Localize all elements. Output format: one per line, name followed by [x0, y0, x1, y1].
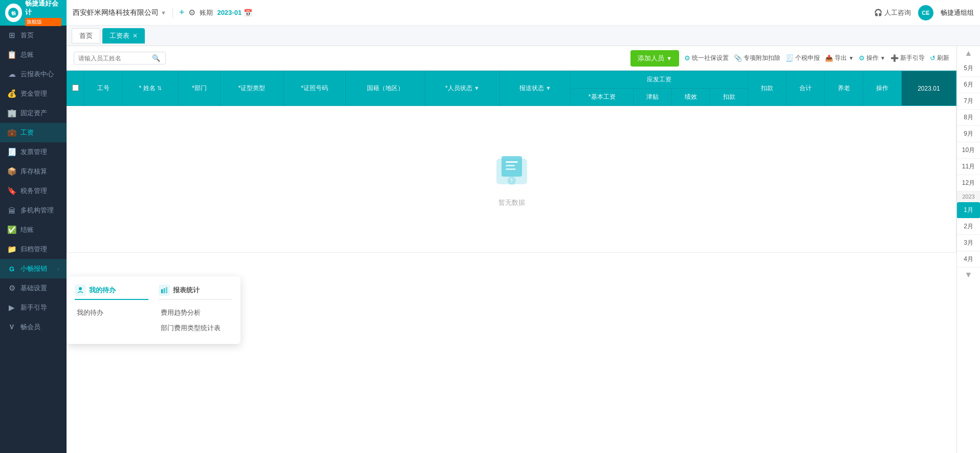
tab-salary-label: 工资表: [110, 31, 129, 40]
filter-person-status-icon[interactable]: ▼: [474, 85, 480, 91]
main-area: 西安虾米网络科技有限公司 ▼ + ⚙ 账期 2023-01 📅 🎧 人工咨询 C…: [67, 0, 980, 453]
month-item-5[interactable]: 5月: [957, 60, 980, 77]
month-item-7[interactable]: 7月: [957, 93, 980, 110]
month-next-button[interactable]: ▼: [957, 268, 980, 282]
col-name: * 姓名 ⇅: [122, 71, 178, 106]
popup-dept-expense-item[interactable]: 部门费用类型统计表: [159, 320, 232, 336]
operations-icon: ⚙: [859, 54, 865, 62]
company-selector[interactable]: 西安虾米网络科技有限公司 ▼: [73, 8, 166, 17]
col-checkbox[interactable]: [67, 71, 84, 106]
month-item-9[interactable]: 9月: [957, 126, 980, 142]
refresh-action[interactable]: ↺ 刷新: [930, 54, 949, 62]
topbar-right: 🎧 人工咨询 CE 畅捷通组组: [874, 5, 974, 20]
month-item-10[interactable]: 10月: [957, 142, 980, 159]
col-work-no: 工号: [84, 71, 123, 106]
month-item-3[interactable]: 3月: [957, 235, 980, 251]
popup-dept-expense-label: 部门费用类型统计表: [161, 324, 221, 332]
month-item-12[interactable]: 12月: [957, 175, 980, 191]
svg-rect-11: [164, 288, 165, 293]
sidebar-item-archive[interactable]: 📁 归档管理: [0, 240, 67, 259]
user-avatar[interactable]: CE: [918, 5, 933, 20]
logo-icon: 畅: [5, 4, 22, 22]
sidebar-item-fund[interactable]: 💰 资金管理: [0, 84, 67, 103]
username-label[interactable]: 畅捷通组组: [941, 8, 974, 17]
col-base-wage: *基本工资: [571, 89, 634, 106]
col-deduct: 扣款: [748, 71, 787, 106]
sidebar-item-invoice[interactable]: 🧾 发票管理: [0, 142, 67, 162]
popup-todo-item[interactable]: 我的待办: [75, 305, 148, 320]
add-person-label: 添加人员: [638, 54, 664, 63]
add-company-button[interactable]: +: [179, 7, 185, 18]
sidebar-item-new-guide[interactable]: ▶ 新手引导: [0, 298, 67, 317]
wage-table-area: 🔍 添加人员 ▼ ⚙ 统一社保设置 📎 专项附加扣除: [67, 46, 956, 453]
sidebar-label-xiao-chang: 小畅报销: [20, 264, 47, 273]
tab-close-icon[interactable]: ✕: [133, 32, 138, 39]
month-item-6[interactable]: 6月: [957, 77, 980, 93]
home-icon: ⊞: [7, 31, 16, 40]
basic-icon: ⚙: [7, 284, 16, 293]
sidebar-label-invoice: 发票管理: [20, 147, 47, 157]
export-action[interactable]: 📤 导出 ▼: [825, 54, 854, 62]
sort-name-icon[interactable]: ⇅: [157, 85, 162, 91]
company-name: 西安虾米网络科技有限公司: [73, 8, 159, 17]
month-sidebar: ▲ 5月 6月 7月 8月 9月 10月 11月 12月 2023 1月 2月 …: [956, 46, 980, 453]
month-item-1-active[interactable]: 1月: [957, 202, 980, 219]
svg-text:畅: 畅: [11, 11, 16, 16]
month-item-2[interactable]: 2月: [957, 219, 980, 235]
operations-action[interactable]: ⚙ 操作 ▼: [859, 54, 885, 62]
individual-tax-icon: 🧾: [786, 54, 794, 62]
empty-state: ? 暂无数据: [72, 110, 951, 248]
sidebar-label-settlement: 结账: [20, 225, 34, 234]
toolbar-actions: 添加人员 ▼ ⚙ 统一社保设置 📎 专项附加扣除 🧾 个税申报: [630, 50, 949, 67]
special-deduction-action[interactable]: 📎 专项附加扣除: [734, 54, 780, 62]
social-insurance-icon: ⚙: [684, 54, 690, 62]
add-person-button[interactable]: 添加人员 ▼: [630, 50, 679, 67]
new-guide-action-icon: ➕: [890, 54, 899, 62]
sidebar-item-salary[interactable]: 💼 工资: [0, 123, 67, 142]
sidebar-item-home[interactable]: ⊞ 首页: [0, 26, 67, 45]
sidebar-item-cloud-report[interactable]: ☁ 云报表中心: [0, 64, 67, 84]
membership-icon: V: [7, 323, 16, 331]
sidebar-item-basic[interactable]: ⚙ 基础设置: [0, 278, 67, 298]
popup-report-title[interactable]: 报表统计: [159, 285, 232, 300]
filter-report-status-icon[interactable]: ▼: [546, 85, 551, 91]
new-guide-action[interactable]: ➕ 新手引导: [890, 54, 925, 62]
sidebar-item-ledger[interactable]: 📋 总账: [0, 45, 67, 64]
popup-col-report: 报表统计 费用趋势分析 部门费用类型统计表: [159, 285, 232, 336]
fixed-assets-icon: 🏢: [7, 109, 16, 118]
tab-home[interactable]: 首页: [72, 28, 100, 44]
settings-icon[interactable]: ⚙: [188, 8, 195, 17]
company-arrow-icon: ▼: [161, 10, 166, 16]
month-item-8[interactable]: 8月: [957, 110, 980, 126]
month-prev-button[interactable]: ▲: [957, 46, 980, 60]
service-button[interactable]: 🎧 人工咨询: [874, 8, 911, 17]
sidebar-label-cloud-report: 云报表中心: [20, 70, 54, 79]
sidebar-item-multi-org[interactable]: 🏛 多机构管理: [0, 201, 67, 220]
col-subsidy: 津贴: [633, 89, 671, 106]
special-deduction-label: 专项附加扣除: [744, 54, 780, 62]
calendar-icon[interactable]: 📅: [244, 9, 252, 17]
individual-tax-label: 个税申报: [795, 54, 820, 62]
sidebar-item-xiao-chang[interactable]: G 小畅报销 ‹: [0, 259, 67, 278]
popup-todo-title-text: 我的待办: [89, 286, 116, 295]
sidebar-item-fixed-assets[interactable]: 🏢 固定资产: [0, 103, 67, 123]
select-all-checkbox[interactable]: [72, 84, 79, 91]
export-arrow: ▼: [848, 55, 854, 61]
ledger-icon: 📋: [7, 50, 16, 59]
sidebar-item-tax[interactable]: 🔖 税务管理: [0, 181, 67, 201]
popup-todo-title[interactable]: 我的待办: [75, 285, 148, 300]
month-item-11[interactable]: 11月: [957, 159, 980, 175]
individual-tax-action[interactable]: 🧾 个税申报: [786, 54, 820, 62]
popup-expense-trend-item[interactable]: 费用趋势分析: [159, 305, 232, 320]
search-input[interactable]: [78, 55, 150, 62]
popup-content: 我的待办 我的待办: [75, 285, 232, 336]
social-insurance-action[interactable]: ⚙ 统一社保设置: [684, 54, 729, 62]
tab-salary-table[interactable]: 工资表 ✕: [102, 28, 145, 44]
sidebar-item-inventory[interactable]: 📦 库存核算: [0, 162, 67, 181]
search-box[interactable]: 🔍: [74, 52, 166, 64]
sidebar-item-settlement[interactable]: ✅ 结账: [0, 220, 67, 240]
operations-arrow: ▼: [880, 55, 885, 61]
month-item-4[interactable]: 4月: [957, 251, 980, 268]
search-icon[interactable]: 🔍: [152, 54, 160, 62]
sidebar-item-membership[interactable]: V 畅会员: [0, 317, 67, 337]
